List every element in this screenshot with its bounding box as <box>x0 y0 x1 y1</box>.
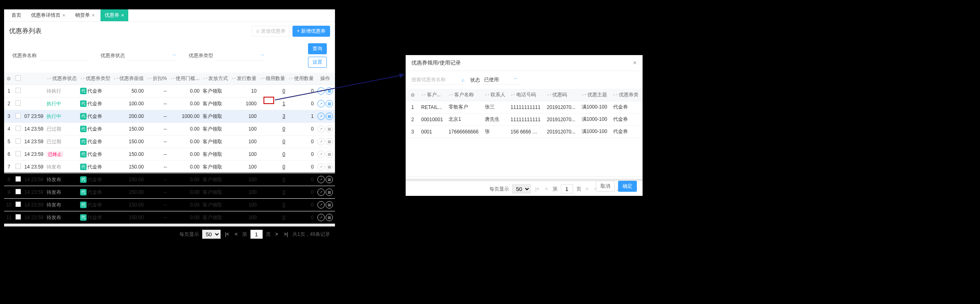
qr-icon[interactable]: ▦ <box>326 113 333 120</box>
table-row[interactable]: 1114 23:59待发布代代金券150.00--0.00客户领取10000↗▦ <box>4 211 335 224</box>
settings-button[interactable]: 设置 <box>308 57 327 68</box>
checkbox-all[interactable] <box>16 75 21 81</box>
qr-icon[interactable]: ▦ <box>326 100 333 107</box>
cancel-button[interactable]: 取消 <box>596 181 615 192</box>
share-icon[interactable]: ↗ <box>317 214 325 221</box>
sort-icon[interactable]: ▲▼ <box>511 94 516 96</box>
close-icon[interactable]: ✕ <box>121 13 124 18</box>
tab-coupon[interactable]: 优惠券✕ <box>100 9 128 21</box>
sort-icon[interactable]: ▲▼ <box>231 78 236 80</box>
sort-icon[interactable]: ▲▼ <box>485 94 490 96</box>
sort-icon[interactable]: ▲▼ <box>260 78 265 80</box>
ok-button[interactable]: 确定 <box>618 181 637 192</box>
claim-count-link[interactable]: 0 <box>282 151 285 157</box>
table-row[interactable]: 414 23:59已过期代代金券150.00--0.00客户领取10000↗▦ <box>4 123 335 135</box>
filter-status-select[interactable]: ﹀ <box>127 50 176 61</box>
gear-icon[interactable]: ⚙ <box>7 76 11 82</box>
checkbox[interactable] <box>16 151 21 156</box>
table-row[interactable]: 1待执行代代金券50.00--0.00客户领取1000↗▦ <box>4 85 335 98</box>
filter-type-select[interactable]: ﹀ <box>216 50 265 61</box>
table-row[interactable]: 2执行中代代金券100.00--0.00客户领取100010↗▦ <box>4 98 335 110</box>
claim-count-link[interactable]: 3 <box>282 113 285 119</box>
share-icon[interactable]: ↗ <box>317 176 325 183</box>
qr-icon[interactable]: ▦ <box>326 201 333 209</box>
first-page-button[interactable]: |< <box>224 231 230 237</box>
next-page-button[interactable]: > <box>274 231 279 237</box>
qr-icon[interactable]: ▦ <box>326 125 333 133</box>
add-coupon-button[interactable]: + 新增优惠券 <box>292 26 330 37</box>
sort-icon[interactable]: ▲▼ <box>47 78 51 80</box>
page-size-select[interactable]: 50 <box>202 230 221 239</box>
claim-count-link[interactable]: 0 <box>282 126 285 132</box>
page-input[interactable] <box>250 230 263 239</box>
checkbox[interactable] <box>16 176 21 182</box>
claim-count-link[interactable]: 0 <box>282 202 285 208</box>
share-icon[interactable]: ↗ <box>317 189 325 196</box>
checkbox[interactable] <box>16 202 21 207</box>
qr-icon[interactable]: ▦ <box>326 176 333 183</box>
share-icon[interactable]: ↗ <box>317 113 325 120</box>
checkbox[interactable] <box>16 126 21 131</box>
checkbox[interactable] <box>16 138 21 144</box>
issue-coupon-button[interactable]: 发放优惠券 <box>252 26 290 37</box>
sort-icon[interactable]: ▲▼ <box>288 78 293 80</box>
checkbox[interactable] <box>16 164 21 169</box>
close-icon[interactable]: ✕ <box>92 13 95 18</box>
table-row[interactable]: 3000117666666666张156 6666 …2019120​70...… <box>406 126 643 138</box>
claim-count-link[interactable]: 0 <box>282 177 285 182</box>
table-row[interactable]: 200010001北京1唐先生111111111112019120​70...满… <box>406 113 643 126</box>
sort-icon[interactable]: ▲▼ <box>147 78 152 80</box>
checkbox[interactable] <box>16 100 21 106</box>
share-icon[interactable]: ↗ <box>317 163 325 171</box>
close-icon[interactable]: ✕ <box>62 13 65 18</box>
close-icon[interactable]: ✕ <box>633 60 637 66</box>
search-input[interactable]: 搜索优惠券名称 ⌕ <box>411 75 464 85</box>
table-row[interactable]: 614 23:59已终止代代金券150.00--0.00客户领取10000↗▦ <box>4 148 335 161</box>
query-button[interactable]: 查询 <box>308 43 327 54</box>
qr-icon[interactable]: ▦ <box>326 163 333 171</box>
table-row[interactable]: 714 23:59待发布代代金券150.00--0.00客户领取10000↗▦ <box>4 161 335 173</box>
qr-icon[interactable]: ▦ <box>326 87 333 95</box>
sort-icon[interactable]: ▲▼ <box>203 78 208 80</box>
sort-icon[interactable]: ▲▼ <box>613 94 618 96</box>
qr-icon[interactable]: ▦ <box>326 214 333 221</box>
claim-count-link[interactable]: 0 <box>282 139 285 144</box>
table-row[interactable]: 914 23:59待发布代代金券150.00--0.00客户领取10000↗▦ <box>4 186 335 199</box>
claim-count-link[interactable]: 1 <box>282 101 285 107</box>
share-icon[interactable]: ↗ <box>317 151 325 158</box>
tab-detail[interactable]: 优惠券详情页✕ <box>27 9 69 21</box>
sort-icon[interactable]: ▲▼ <box>582 94 587 96</box>
table-row[interactable]: 1RETAIL...零散客户张三111111111112019120​70...… <box>406 101 643 113</box>
tab-sales[interactable]: 销货单✕ <box>71 9 99 21</box>
state-select[interactable]: 已使用﹀ <box>482 75 519 84</box>
claim-count-link[interactable]: 0 <box>282 88 285 94</box>
table-row[interactable]: 307 23:59执行中代代金券200.00--1000.00客户领取10031… <box>4 110 335 123</box>
prev-page-button[interactable]: < <box>234 231 239 237</box>
checkbox[interactable] <box>16 113 21 118</box>
tab-home[interactable]: 首页 <box>7 9 25 21</box>
filter-name-input[interactable] <box>39 50 88 61</box>
sort-icon[interactable]: ▲▼ <box>421 94 426 96</box>
share-icon[interactable]: ↗ <box>317 87 325 95</box>
claim-count-link[interactable]: 0 <box>282 164 285 170</box>
table-row[interactable]: 514 23:59已过期代代金券150.00--0.00客户领取10000↗▦ <box>4 135 335 148</box>
checkbox[interactable] <box>16 189 21 194</box>
table-row[interactable]: 1014 23:59待发布代代金券150.00--0.00客户领取10000↗▦ <box>4 199 335 211</box>
table-row[interactable]: 814 23:59待发布代代金券150.00--0.00客户领取10000↗▦ <box>4 173 335 186</box>
checkbox[interactable] <box>16 214 21 220</box>
share-icon[interactable]: ↗ <box>317 201 325 209</box>
gear-icon[interactable]: ⚙ <box>411 92 415 98</box>
share-icon[interactable]: ↗ <box>317 138 325 145</box>
sort-icon[interactable]: ▲▼ <box>114 78 118 80</box>
checkbox[interactable] <box>16 88 21 93</box>
qr-icon[interactable]: ▦ <box>326 151 333 158</box>
sort-icon[interactable]: ▲▼ <box>80 78 85 80</box>
qr-icon[interactable]: ▦ <box>326 138 333 145</box>
qr-icon[interactable]: ▦ <box>326 189 333 196</box>
claim-count-link[interactable]: 0 <box>282 189 285 195</box>
sort-icon[interactable]: ▲▼ <box>170 78 175 80</box>
share-icon[interactable]: ↗ <box>317 125 325 133</box>
sort-icon[interactable]: ▲▼ <box>449 94 453 96</box>
share-icon[interactable]: ↗ <box>317 100 325 107</box>
sort-icon[interactable]: ▲▼ <box>547 94 552 96</box>
